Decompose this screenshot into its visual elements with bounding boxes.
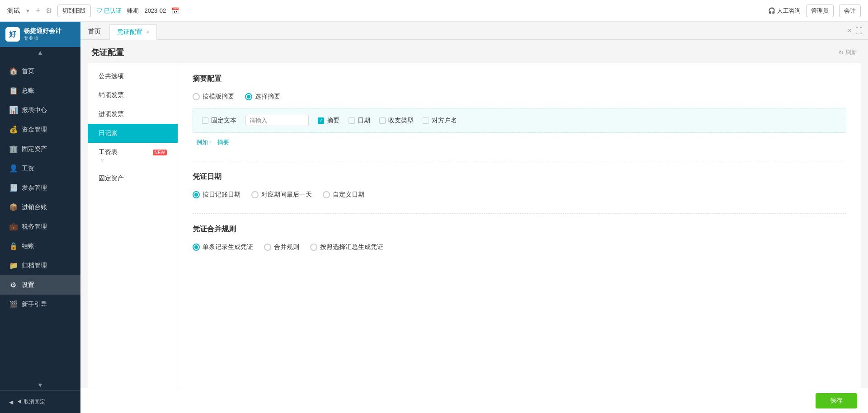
radio-select[interactable]: 选择摘要 [245,93,280,101]
radio-single-record[interactable]: 单条记录生成凭证 [193,243,253,251]
archive-icon: 📁 [9,261,17,270]
tab-voucher-config[interactable]: 凭证配置 × [109,24,157,40]
chevron-down-icon: ▼ [37,381,43,389]
topbar-gear-icon[interactable]: ⚙ [46,6,52,15]
topbar-arrow-icon[interactable]: ▼ [25,8,30,14]
guide-icon: 🎬 [9,300,17,309]
manager-button[interactable]: 管理员 [806,5,834,17]
menu-label: 固定资产 [99,174,124,182]
radio-circle-merge [264,244,271,251]
radio-circle-diary-date [193,191,200,198]
radio-merge-rule[interactable]: 合并规则 [264,243,299,251]
left-menu-item-purchase-invoice[interactable]: 进项发票 [88,105,178,124]
checkbox-row: 固定文本 摘要 日期 [193,108,846,133]
checkbox-counterpart[interactable]: 对方户名 [423,117,457,125]
sidebar-item-ledger[interactable]: 📋 总账 [0,81,80,100]
tax-icon: 💼 [9,222,17,231]
sidebar-item-guide[interactable]: 🎬 新手引导 [0,295,80,314]
sidebar-scroll-up[interactable]: ▲ [0,47,80,58]
save-button[interactable]: 保存 [816,393,857,408]
radio-circle-single [193,244,200,251]
fixed-text-input[interactable] [245,115,309,126]
radio-template[interactable]: 按模版摘要 [193,93,234,101]
topbar-add-icon[interactable]: + [36,6,41,15]
verified-label: 已认证 [104,7,122,15]
radio-select-summary[interactable]: 按照选择汇总生成凭证 [310,243,383,251]
sidebar-item-label: 资金管理 [22,126,47,134]
summary-config-section: 摘要配置 按模版摘要 选择摘要 [193,74,846,146]
accountant-button[interactable]: 会计 [839,5,861,17]
example-value: 摘要 [216,139,229,145]
left-menu-item-diary[interactable]: 日记账 [88,124,178,143]
checkbox-date[interactable]: 日期 [349,117,370,125]
menu-label: 销项发票 [99,91,124,99]
divider-2 [193,213,846,214]
refresh-button[interactable]: ↻ 刷新 [839,48,857,56]
sidebar-item-label: 税务管理 [22,223,47,231]
settings-icon: ⚙ [9,281,17,289]
logo-text-block: 畅捷通好会计 专业版 [24,27,61,42]
switch-old-button[interactable]: 切到旧版 [57,5,91,17]
menu-label: 工资表 [99,148,118,156]
consult-button[interactable]: 🎧 人工咨询 [768,7,801,15]
topbar: 测试 ▼ + ⚙ 切到旧版 🛡 已认证 账期 2023-02 📅 🎧 人工咨询 … [0,0,868,22]
menu-label: 日记账 [99,129,118,136]
sidebar-item-tax[interactable]: 💼 税务管理 [0,217,80,236]
left-menu-item-sales-invoice[interactable]: 销项发票 [88,86,178,105]
sidebar-nav: 🏠 首页 📋 总账 📊 报表中心 💰 资金管理 🏢 固定资产 👤 工资 [0,58,80,380]
radio-circle-custom [323,191,330,198]
logo-icon: 好 [5,27,20,42]
sidebar-item-invoice[interactable]: 🧾 发票管理 [0,178,80,197]
tab-home[interactable]: 首页 [80,24,108,39]
checkbox-date-box [349,117,355,124]
sidebar-item-trade[interactable]: 📦 进销台账 [0,197,80,217]
checkbox-summary[interactable]: 摘要 [318,117,340,125]
sidebar-item-archive[interactable]: 📁 归档管理 [0,256,80,275]
right-content: 摘要配置 按模版摘要 选择摘要 [178,63,861,388]
left-menu-item-public[interactable]: 公共选项 [88,67,178,86]
left-menu-item-fixed-asset[interactable]: 固定资产 [88,169,178,188]
asset-icon: 🏢 [9,145,17,153]
sidebar-item-label: 进销台账 [22,203,47,211]
chevron-up-icon: ▲ [37,49,43,56]
sidebar-item-home[interactable]: 🏠 首页 [0,61,80,81]
radio-custom-date[interactable]: 自定义日期 [323,191,364,199]
sidebar: 好 畅捷通好会计 专业版 ▲ 🏠 首页 📋 总账 📊 报表中心 💰 [0,22,80,413]
sidebar-item-fund[interactable]: 💰 资金管理 [0,120,80,139]
radio-period-last-label: 对应期间最后一天 [261,191,312,199]
checkbox-income-type-box [379,117,386,124]
date-label: 日期 [358,117,370,125]
topbar-title: 测试 [7,7,20,15]
sidebar-item-salary[interactable]: 👤 工资 [0,159,80,178]
unfix-button[interactable]: ◀ ◀ 取消固定 [5,395,76,408]
tab-active-label: 凭证配置 [117,28,142,36]
sidebar-item-close[interactable]: 🔒 结账 [0,236,80,256]
sidebar-item-settings[interactable]: ⚙ 设置 [0,275,80,295]
left-menu-item-payroll[interactable]: 工资表 NEW ∨ [88,143,178,169]
home-icon: 🏠 [9,67,17,75]
close-window-icon[interactable]: × [848,27,852,35]
calendar-icon[interactable]: 📅 [171,7,179,14]
sidebar-item-label: 首页 [22,67,34,75]
unfix-icon: ◀ [9,399,13,405]
radio-circle-period-last [251,191,259,198]
expand-arrow-icon[interactable]: ∨ [100,157,104,164]
sidebar-item-label: 固定资产 [22,145,47,153]
checkbox-income-type[interactable]: 收支类型 [379,117,414,125]
sidebar-scroll-down[interactable]: ▼ [0,380,80,390]
sidebar-item-asset[interactable]: 🏢 固定资产 [0,139,80,159]
tab-close-icon[interactable]: × [146,29,149,35]
sidebar-item-report[interactable]: 📊 报表中心 [0,100,80,120]
checkbox-fixed-text[interactable]: 固定文本 [202,117,236,125]
radio-merge-label: 合并规则 [274,243,299,251]
sidebar-item-label: 总账 [22,87,34,95]
logo-subtitle: 专业版 [24,35,61,42]
voucher-merge-title: 凭证合并规则 [193,225,846,234]
voucher-date-radio-group: 按日记账日期 对应期间最后一天 自定义日期 [193,191,846,199]
radio-period-last[interactable]: 对应期间最后一天 [251,191,312,199]
radio-diary-date[interactable]: 按日记账日期 [193,191,241,199]
expand-icon[interactable]: ⛶ [855,27,863,35]
menu-label: 进项发票 [99,110,124,117]
summary-radio-group: 按模版摘要 选择摘要 [193,93,846,101]
sidebar-item-label: 工资 [22,164,34,173]
